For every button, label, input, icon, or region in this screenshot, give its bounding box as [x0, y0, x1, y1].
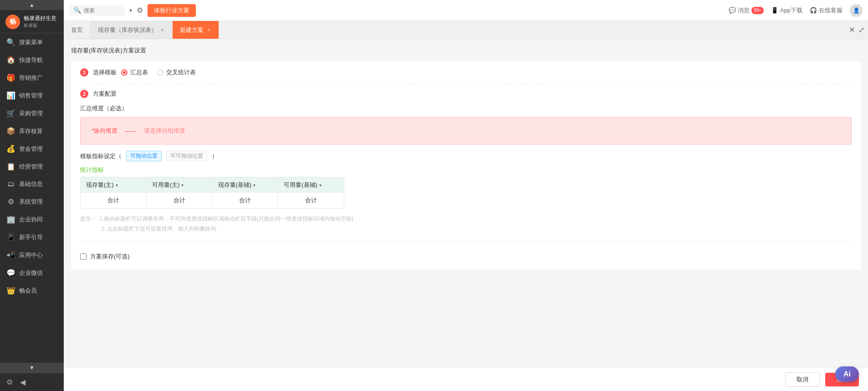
stats-col-header-2[interactable]: 现存量(基辅) ▾ [213, 177, 279, 193]
stats-col-label-2: 现存量(基辅) [218, 181, 252, 189]
sidebar-scroll-up[interactable]: ▲ [0, 0, 64, 10]
template-radio-group: 汇总表 交叉统计表 [121, 68, 196, 77]
sidebar-icon-marketing: 🎁 [6, 73, 15, 82]
stats-col-header-1[interactable]: 可用量(主) ▾ [147, 177, 213, 193]
settings-icon[interactable]: ⚙ [6, 378, 13, 386]
radio-cross[interactable]: 交叉统计表 [157, 68, 196, 77]
message-btn[interactable]: 💬 消息 99+ [729, 6, 764, 15]
tab-new-plan[interactable]: 新建方案 × [173, 21, 219, 39]
tip-text-0: 1.拖动标题栏可以调整布局，不可跨维度或指标区域拖动栏目字段(只能在同一维度或指… [99, 214, 353, 224]
online-service-btn[interactable]: 🎧 在线客服 [810, 6, 842, 15]
sidebar-footer: ⚙ ◀ [0, 373, 64, 391]
radio-summary-circle [121, 69, 128, 76]
tip-indent-1 [80, 224, 98, 234]
user-avatar[interactable]: 👤 [850, 4, 863, 17]
sidebar-item-wechat[interactable]: 💬企业微信 [0, 264, 64, 282]
step-divider-2 [80, 241, 852, 242]
dimension-placeholder: 请选择分组维度 [144, 127, 185, 135]
sidebar-item-newbie[interactable]: 📱新手引导 [0, 228, 64, 246]
sidebar-label-purchase: 采购管理 [19, 109, 43, 118]
sidebar-label-marketing: 营销推广 [19, 74, 43, 82]
sidebar-item-member[interactable]: 👑畅会员 [0, 282, 64, 299]
stats-col-body-1: 合计 [147, 193, 213, 208]
sidebar-label-search-menu: 搜索菜单 [19, 38, 43, 46]
save-label: 方案保存(可选) [90, 252, 130, 261]
new-plan-tab-close[interactable]: × [206, 27, 211, 33]
page-title: 现存量(库存状况表)方案设置 [71, 46, 861, 55]
topbar: 🔍 ▾ ⚙ 体验行业方案 💬 消息 99+ 📱 App下载 🎧 在线客服 👤 [64, 0, 868, 21]
sidebar-item-sales[interactable]: 📊销售管理 [0, 87, 64, 104]
sidebar-label-app-center: 应用中心 [19, 251, 43, 259]
col-chevron-1[interactable]: ▾ [181, 183, 184, 188]
sidebar-item-finance[interactable]: 💰资金管理 [0, 140, 64, 158]
sidebar-icon-purchase: 🛒 [6, 109, 15, 118]
topbar-gear-icon[interactable]: ⚙ [137, 6, 143, 15]
sidebar-item-marketing[interactable]: 🎁营销推广 [0, 69, 64, 87]
stats-table-header: 现存量(主) ▾ 可用量(主) ▾ 现存量(基辅) ▾ 可用量(基辅) [81, 177, 344, 193]
sidebar-item-basic-info[interactable]: 🗂基础信息 [0, 175, 64, 193]
sidebar-item-inventory[interactable]: 📦库存核算 [0, 122, 64, 140]
dimension-box[interactable]: *纵向维度 —— 请选择分组维度 [80, 117, 852, 144]
inventory-tab-close[interactable]: × [160, 27, 165, 33]
sidebar-nav: 🔍搜索菜单🏠快捷导航🎁营销推广📊销售管理🛒采购管理📦库存核算💰资金管理📋经营管理… [0, 33, 64, 363]
sidebar-label-enterprise: 企业协同 [19, 216, 43, 224]
home-tab-label: 首页 [71, 26, 83, 34]
tab-home[interactable]: 首页 [64, 21, 91, 39]
message-label: 消息 [738, 6, 750, 15]
col-chevron-3[interactable]: ▾ [319, 183, 322, 188]
tab-inventory-status[interactable]: 现存量（库存状况表） × [91, 21, 173, 39]
sidebar-item-search-menu[interactable]: 🔍搜索菜单 [0, 33, 64, 51]
radio-summary[interactable]: 汇总表 [121, 68, 148, 77]
save-row: 方案保存(可选) [80, 248, 852, 261]
sidebar-label-basic-info: 基础信息 [19, 180, 43, 188]
dimension-dash: —— [125, 128, 137, 134]
search-input[interactable] [84, 7, 120, 14]
tip-row-1: 2. 点击标题栏下拉可设置排序、插入列和删除列 [80, 224, 852, 234]
dropdown-arrow-icon: ▾ [129, 7, 132, 14]
sidebar-item-purchase[interactable]: 🛒采购管理 [0, 104, 64, 122]
stats-section-title: 统计指标 [80, 166, 852, 174]
step2-header: 2 方案配置 [80, 90, 852, 98]
col-chevron-0[interactable]: ▾ [116, 183, 118, 188]
radio-cross-label: 交叉统计表 [166, 68, 196, 77]
draggable-tag: 可拖动位置 [126, 151, 162, 161]
topbar-dropdown[interactable]: ▾ [129, 7, 132, 14]
fixed-tag: 不可拖动位置 [166, 151, 207, 161]
stats-col-header-3[interactable]: 可用量(基辅) ▾ [278, 177, 344, 193]
cancel-button[interactable]: 取消 [785, 372, 820, 387]
tabbar-controls: ✕ ⤢ [849, 26, 868, 34]
message-badge: 99+ [751, 7, 764, 14]
expand-tab-icon[interactable]: ⤢ [858, 26, 864, 34]
save-checkbox[interactable] [80, 253, 87, 260]
stats-col-header-0[interactable]: 现存量(主) ▾ [81, 177, 147, 193]
dimension-row: *纵向维度 —— 请选择分组维度 [92, 127, 840, 135]
sidebar-icon-wechat: 💬 [6, 268, 15, 277]
content-area: 现存量(库存状况表)方案设置 1 选择模板 汇总表 交叉统计表 [64, 39, 868, 367]
sidebar-label-newbie: 新手引导 [19, 233, 43, 242]
experience-btn[interactable]: 体验行业方案 [148, 4, 196, 17]
sidebar-label-quick-nav: 快捷导航 [19, 56, 43, 64]
collapse-icon[interactable]: ◀ [20, 378, 26, 386]
sidebar-item-enterprise[interactable]: 🏢企业协同 [0, 211, 64, 228]
sidebar-icon-newbie: 📱 [6, 233, 15, 242]
dimension-label: *纵向维度 [92, 127, 117, 135]
tips-section: 提示： 1.拖动标题栏可以调整布局，不可跨维度或指标区域拖动栏目字段(只能在同一… [80, 214, 852, 234]
indicator-config: 模板指标设定（ 可拖动位置 不可拖动位置 ） 统计指标 现存量(主) ▾ 可用量… [80, 151, 852, 209]
stats-col-label-3: 可用量(基辅) [284, 181, 317, 189]
sidebar-item-system[interactable]: ⚙系统管理 [0, 193, 64, 211]
sidebar: ▲ 畅 畅康通好生意 标准版 🔍搜索菜单🏠快捷导航🎁营销推广📊销售管理🛒采购管理… [0, 0, 64, 391]
search-box[interactable]: 🔍 [69, 5, 125, 15]
app-download-btn[interactable]: 📱 App下载 [771, 6, 802, 15]
ai-button[interactable]: Ai [835, 366, 859, 382]
sidebar-icon-system: ⚙ [6, 197, 15, 206]
logo-name: 畅康通好生意 [24, 15, 56, 22]
footer: 取消 查询 [64, 367, 868, 391]
sidebar-item-app-center[interactable]: 📲应用中心 [0, 246, 64, 264]
sidebar-item-quick-nav[interactable]: 🏠快捷导航 [0, 51, 64, 69]
col-chevron-2[interactable]: ▾ [253, 183, 255, 188]
sidebar-item-operation[interactable]: 📋经营管理 [0, 158, 64, 175]
sidebar-scroll-down[interactable]: ▼ [0, 363, 64, 373]
sidebar-label-operation: 经营管理 [19, 163, 43, 171]
close-tab-icon[interactable]: ✕ [849, 26, 855, 34]
stats-col-body-2: 合计 [213, 193, 279, 208]
